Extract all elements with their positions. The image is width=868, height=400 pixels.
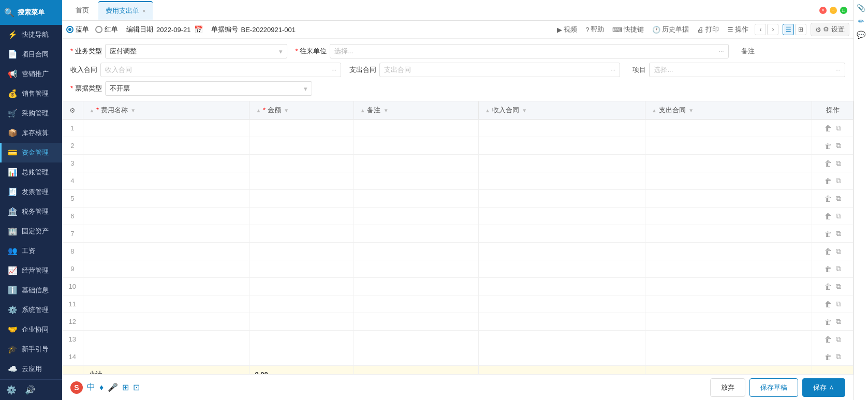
cell-expense-name-8[interactable] xyxy=(83,243,249,260)
sidebar-header[interactable]: 🔍 搜索菜单 xyxy=(0,0,62,25)
project-input[interactable]: 选择... ··· xyxy=(649,63,845,77)
radio-blue[interactable]: 蓝单 xyxy=(66,25,89,34)
cell-note-13[interactable] xyxy=(354,331,478,348)
cell-note-3[interactable] xyxy=(354,155,478,172)
copy-icon-11[interactable]: ⧉ xyxy=(836,300,841,308)
settings-icon[interactable]: ⚙️ xyxy=(6,385,17,395)
cell-expense-contract-3[interactable] xyxy=(645,155,812,172)
cell-expense-contract-14[interactable] xyxy=(645,348,812,366)
cell-note-4[interactable] xyxy=(354,172,478,190)
copy-icon-14[interactable]: ⧉ xyxy=(836,352,841,361)
cell-amount-12[interactable] xyxy=(249,313,354,331)
cell-expense-contract-6[interactable] xyxy=(645,208,812,225)
view-list-btn[interactable]: ☰ xyxy=(783,24,794,35)
cell-amount-13[interactable] xyxy=(249,331,354,348)
sidebar-item-payroll[interactable]: 👥 工资 xyxy=(0,241,62,261)
note-sort-down[interactable]: ▼ xyxy=(384,108,389,113)
cell-expense-name-11[interactable] xyxy=(83,295,249,313)
cell-income-contract-1[interactable] xyxy=(479,120,645,137)
sidebar-item-inventory[interactable]: 📦 库存核算 xyxy=(0,123,62,143)
cell-expense-name-2[interactable] xyxy=(83,137,249,155)
copy-icon-12[interactable]: ⧉ xyxy=(836,317,841,326)
cell-income-contract-12[interactable] xyxy=(479,313,645,331)
cell-expense-name-13[interactable] xyxy=(83,331,249,348)
cell-expense-name-10[interactable] xyxy=(83,278,249,295)
cell-income-contract-8[interactable] xyxy=(479,243,645,260)
cell-expense-contract-13[interactable] xyxy=(645,331,812,348)
col-settings[interactable]: ⚙ xyxy=(62,101,83,120)
sidebar-item-basic-info[interactable]: ℹ️ 基础信息 xyxy=(0,280,62,300)
delete-icon-7[interactable]: 🗑 xyxy=(825,230,832,238)
cell-amount-5[interactable] xyxy=(249,190,354,208)
delete-icon-13[interactable]: 🗑 xyxy=(825,335,832,344)
cell-expense-name-6[interactable] xyxy=(83,208,249,225)
cell-amount-10[interactable] xyxy=(249,278,354,295)
delete-icon-1[interactable]: 🗑 xyxy=(825,124,832,132)
right-panel-comment[interactable]: 💬 xyxy=(856,29,867,40)
copy-icon-5[interactable]: ⧉ xyxy=(836,194,841,203)
cell-income-contract-4[interactable] xyxy=(479,172,645,190)
cell-amount-3[interactable] xyxy=(249,155,354,172)
sidebar-item-sales-mgmt[interactable]: 💰 销售管理 xyxy=(0,84,62,103)
sidebar-item-new-guide[interactable]: 🎓 新手引导 xyxy=(0,339,62,359)
right-panel-attach[interactable]: 📎 xyxy=(856,2,867,13)
tab-expense-voucher[interactable]: 费用支出单 × xyxy=(98,1,153,20)
business-type-select[interactable]: 应付调整 ▾ xyxy=(105,44,287,58)
cell-expense-name-14[interactable] xyxy=(83,348,249,366)
copy-icon-13[interactable]: ⧉ xyxy=(836,335,841,344)
cell-amount-7[interactable] xyxy=(249,225,354,243)
volume-icon[interactable]: 🔊 xyxy=(25,385,35,395)
income-contract-input[interactable]: 收入合同 ··· xyxy=(100,63,341,77)
cell-amount-1[interactable] xyxy=(249,120,354,137)
copy-icon-1[interactable]: ⧉ xyxy=(836,124,841,132)
copy-icon-7[interactable]: ⧉ xyxy=(836,229,841,238)
amount-sort-down[interactable]: ▼ xyxy=(284,108,289,113)
cell-expense-contract-4[interactable] xyxy=(645,172,812,190)
cell-expense-contract-5[interactable] xyxy=(645,190,812,208)
cell-amount-8[interactable] xyxy=(249,243,354,260)
date-value[interactable]: 2022-09-21 xyxy=(156,26,191,34)
cell-amount-9[interactable] xyxy=(249,260,354,278)
cell-income-contract-10[interactable] xyxy=(479,278,645,295)
delete-icon-11[interactable]: 🗑 xyxy=(825,300,832,308)
right-panel-edit[interactable]: ✏ xyxy=(856,16,867,27)
sidebar-item-quick-nav[interactable]: ⚡ 快捷导航 xyxy=(0,25,62,45)
cell-note-2[interactable] xyxy=(354,137,478,155)
cell-note-10[interactable] xyxy=(354,278,478,295)
income-sort-up[interactable]: ▲ xyxy=(485,108,490,113)
win-close-btn[interactable]: × xyxy=(819,7,827,14)
view-grid-btn[interactable]: ⊞ xyxy=(795,24,806,35)
cell-expense-contract-7[interactable] xyxy=(645,225,812,243)
radio-red[interactable]: 红单 xyxy=(95,25,118,34)
cell-expense-contract-1[interactable] xyxy=(645,120,812,137)
cell-expense-contract-10[interactable] xyxy=(645,278,812,295)
cell-income-contract-11[interactable] xyxy=(479,295,645,313)
help-btn[interactable]: ? 帮助 xyxy=(583,24,606,35)
cell-expense-name-3[interactable] xyxy=(83,155,249,172)
copy-icon-6[interactable]: ⧉ xyxy=(836,212,841,220)
sidebar-item-purchase-mgmt[interactable]: 🛒 采购管理 xyxy=(0,103,62,123)
cell-income-contract-6[interactable] xyxy=(479,208,645,225)
cell-note-9[interactable] xyxy=(354,260,478,278)
delete-icon-8[interactable]: 🗑 xyxy=(825,247,832,256)
win-maximize-btn[interactable]: □ xyxy=(840,7,847,14)
cell-expense-name-7[interactable] xyxy=(83,225,249,243)
income-sort-down[interactable]: ▼ xyxy=(522,108,527,113)
delete-icon-9[interactable]: 🗑 xyxy=(825,265,832,273)
sidebar-item-cloud-apps[interactable]: ☁️ 云应用 xyxy=(0,359,62,379)
save-draft-btn[interactable]: 保存草稿 xyxy=(749,378,798,397)
cell-note-6[interactable] xyxy=(354,208,478,225)
expense-sort-up[interactable]: ▲ xyxy=(652,108,657,113)
save-btn[interactable]: 保存 ∧ xyxy=(802,378,845,397)
cell-expense-name-9[interactable] xyxy=(83,260,249,278)
expense-sort-down[interactable]: ▼ xyxy=(688,108,694,113)
cell-amount-14[interactable] xyxy=(249,348,354,366)
nav-next[interactable]: › xyxy=(767,24,778,35)
cell-expense-name-5[interactable] xyxy=(83,190,249,208)
cell-expense-contract-9[interactable] xyxy=(645,260,812,278)
partner-input[interactable]: 选择... ··· xyxy=(330,44,728,58)
delete-icon-3[interactable]: 🗑 xyxy=(825,159,832,168)
cell-expense-name-4[interactable] xyxy=(83,172,249,190)
sidebar-item-capital-mgmt[interactable]: 💳 资金管理 xyxy=(0,143,62,162)
copy-icon-2[interactable]: ⧉ xyxy=(836,141,841,150)
